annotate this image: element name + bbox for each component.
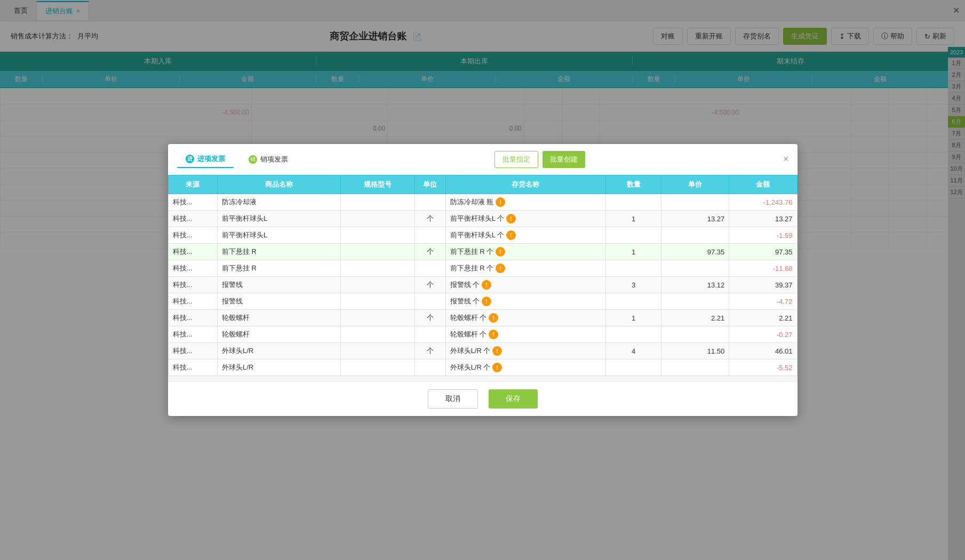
cell-qty [606, 227, 661, 244]
cell-source: 科技... [168, 260, 217, 277]
table-row: 科技... 前下悬挂 R 前下悬挂 R 个 ! -11.68 [168, 260, 797, 277]
table-row: 科技... 报警线 报警线 个 ! -4.72 [168, 293, 797, 310]
cell-stock-name: 防冻冷却液 瓶 ! [445, 194, 606, 211]
warn-icon: ! [506, 230, 516, 240]
col-unit: 单位 [414, 175, 445, 194]
cell-stock-name: 轮毂螺杆 个 ! [445, 310, 606, 326]
tab-out-invoice[interactable]: 销 销项发票 [240, 151, 297, 168]
cell-goods-name: 外球头L/R [217, 359, 340, 376]
cell-amount: -1.59 [729, 227, 797, 244]
cell-unit-price: 97.35 [661, 244, 729, 260]
cell-qty: 4 [606, 343, 661, 359]
cell-stock-name: 报警线 个 ! [445, 293, 606, 310]
cell-unit: 个 [414, 343, 445, 359]
col-stock-name: 存货名称 [445, 175, 606, 194]
cell-unit-price [661, 326, 729, 343]
cell-qty [606, 359, 661, 376]
cell-source: 科技... [168, 211, 217, 227]
cell-source: 科技... [168, 244, 217, 260]
cell-amount: -11.68 [729, 260, 797, 277]
modal-dialog: 进 进项发票 销 销项发票 批量指定 批量创建 × 来源 商品名称 [168, 144, 797, 416]
cell-source: 科技... [168, 310, 217, 326]
cell-unit-price [661, 227, 729, 244]
cancel-btn[interactable]: 取消 [428, 389, 478, 409]
cell-amount: 46.01 [729, 343, 797, 359]
cell-amount: -4.72 [729, 293, 797, 310]
cell-qty: 1 [606, 244, 661, 260]
cell-goods-name: 前下悬挂 R [217, 260, 340, 277]
table-row: 科技... 报警线 个 报警线 个 ! 3 13.12 39.37 [168, 277, 797, 293]
warn-icon: ! [482, 297, 491, 306]
cell-goods-name: 前平衡杆球头L [217, 227, 340, 244]
cell-unit-price: 13.27 [661, 211, 729, 227]
warn-icon: ! [492, 363, 502, 372]
cell-source: 科技... [168, 194, 217, 211]
cell-amount: -1,243.76 [729, 194, 797, 211]
cell-amount: 2.21 [729, 310, 797, 326]
cell-unit [414, 194, 445, 211]
col-goods-name: 商品名称 [217, 175, 340, 194]
cell-stock-name: 前下悬挂 R 个 ! [445, 244, 606, 260]
cell-amount: 13.27 [729, 211, 797, 227]
cell-source: 科技... [168, 293, 217, 310]
modal-close-btn[interactable]: × [783, 154, 789, 165]
cell-goods-name: 轮毂螺杆 [217, 326, 340, 343]
cell-unit-price: 11.50 [661, 343, 729, 359]
cell-spec [341, 326, 415, 343]
cell-qty: 1 [606, 310, 661, 326]
cell-unit [414, 227, 445, 244]
modal-overlay: 进 进项发票 销 销项发票 批量指定 批量创建 × 来源 商品名称 [0, 0, 965, 560]
cell-stock-name: 外球头L/R 个 ! [445, 359, 606, 376]
cell-spec [341, 227, 415, 244]
table-row: 科技... 轮毂螺杆 轮毂螺杆 个 ! -0.27 [168, 326, 797, 343]
warn-icon: ! [492, 346, 502, 356]
warn-icon: ! [489, 313, 498, 323]
cell-qty: 3 [606, 277, 661, 293]
cell-source: 科技... [168, 277, 217, 293]
col-unit-price: 单价 [661, 175, 729, 194]
cell-unit: 个 [414, 211, 445, 227]
h-scrollbar[interactable] [168, 376, 797, 381]
cell-goods-name: 报警线 [217, 277, 340, 293]
cell-unit [414, 359, 445, 376]
cell-spec [341, 310, 415, 326]
cell-qty: 1 [606, 211, 661, 227]
warn-icon: ! [489, 330, 498, 339]
batch-assign-btn[interactable]: 批量指定 [495, 151, 538, 168]
cell-spec [341, 293, 415, 310]
cell-unit [414, 260, 445, 277]
tab-in-invoice[interactable]: 进 进项发票 [177, 150, 234, 168]
cell-goods-name: 前平衡杆球头L [217, 211, 340, 227]
batch-create-btn[interactable]: 批量创建 [543, 151, 585, 168]
cell-qty [606, 293, 661, 310]
table-row: 科技... 轮毂螺杆 个 轮毂螺杆 个 ! 1 2.21 2.21 [168, 310, 797, 326]
warn-icon: ! [506, 214, 516, 223]
col-spec: 规格型号 [341, 175, 415, 194]
cell-source: 科技... [168, 343, 217, 359]
cell-goods-name: 轮毂螺杆 [217, 310, 340, 326]
table-row: 科技... 前下悬挂 R 个 前下悬挂 R 个 ! 1 97.35 97.35 [168, 244, 797, 260]
cell-stock-name: 报警线 个 ! [445, 277, 606, 293]
cell-spec [341, 211, 415, 227]
modal-table-wrap[interactable]: 来源 商品名称 规格型号 单位 存货名称 数量 单价 金额 科技... 防冻冷却… [168, 175, 797, 376]
cell-amount: -5.52 [729, 359, 797, 376]
cell-goods-name: 防冻冷却液 [217, 194, 340, 211]
cell-qty [606, 260, 661, 277]
cell-unit-price: 13.12 [661, 277, 729, 293]
cell-amount: 39.37 [729, 277, 797, 293]
cell-qty [606, 194, 661, 211]
table-row: 科技... 外球头L/R 个 外球头L/R 个 ! 4 11.50 46.01 [168, 343, 797, 359]
cell-unit: 个 [414, 277, 445, 293]
cell-unit-price: 2.21 [661, 310, 729, 326]
warn-icon: ! [482, 280, 491, 290]
cell-goods-name: 外球头L/R [217, 343, 340, 359]
save-btn[interactable]: 保存 [489, 389, 538, 409]
warn-icon: ! [496, 247, 505, 257]
col-amount: 金额 [729, 175, 797, 194]
cell-spec [341, 194, 415, 211]
tab-in-icon: 进 [186, 155, 194, 163]
table-row: 科技... 前平衡杆球头L 前平衡杆球头L 个 ! -1.59 [168, 227, 797, 244]
cell-unit [414, 293, 445, 310]
cell-stock-name: 前平衡杆球头L 个 ! [445, 227, 606, 244]
warn-icon: ! [496, 197, 505, 207]
